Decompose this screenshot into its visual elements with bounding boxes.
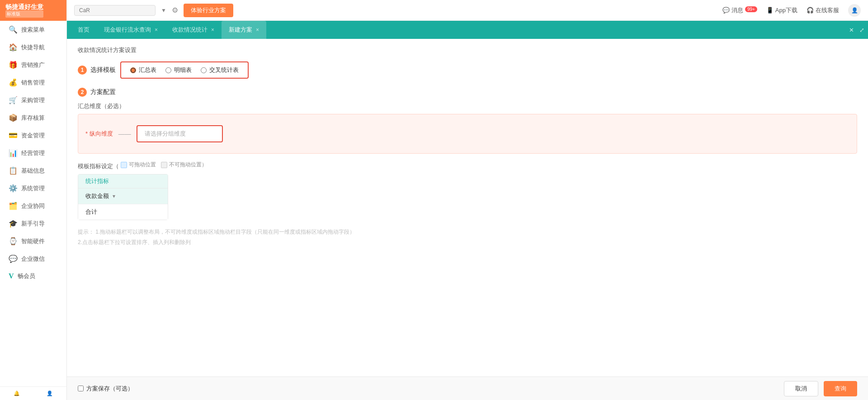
sidebar-item-label: 采购管理 <box>21 96 45 104</box>
sidebar-bottom-btn-right[interactable]: 👤 <box>47 391 53 396</box>
sidebar-item-label: 系统管理 <box>21 184 45 193</box>
sidebar-item-enterprise[interactable]: 🗂️ 企业协同 <box>0 197 66 215</box>
dim-select-box[interactable]: 请选择分组维度 <box>137 125 223 142</box>
sidebar-item-label: 销售管理 <box>21 79 45 87</box>
bottom-bar: 方案保存（可选） 取消 查询 <box>67 376 868 400</box>
query-button[interactable]: 查询 <box>824 381 857 396</box>
section2-title: 方案配置 <box>90 88 116 96</box>
radio-cross[interactable]: 交叉统计表 <box>201 66 239 74</box>
sidebar-bottom: 🔔 👤 <box>0 386 66 400</box>
search-icon: 🔍 <box>9 25 18 34</box>
service-label: 在线客服 <box>816 6 839 14</box>
non-draggable-dot <box>161 162 167 168</box>
sidebar-item-funds[interactable]: 💳 资金管理 <box>0 127 66 144</box>
sidebar-item-member[interactable]: V 畅会员 <box>0 268 66 285</box>
tab-new-plan-label: 新建方案 <box>229 26 252 34</box>
folder-icon: 🗂️ <box>9 202 18 210</box>
draggable-label: 可拖动位置 <box>129 161 156 169</box>
download-btn[interactable]: 📱 App下载 <box>766 6 797 14</box>
sidebar-item-nav[interactable]: 🏠 快捷导航 <box>0 38 66 56</box>
user-avatar[interactable]: 👤 <box>848 4 861 17</box>
sidebar-item-operation[interactable]: 📊 经营管理 <box>0 144 66 162</box>
message-badge: 99+ <box>745 6 757 12</box>
dimension-title: 汇总维度（必选） <box>78 102 857 110</box>
trial-button[interactable]: 体验行业方案 <box>184 4 233 17</box>
box-icon: 📦 <box>9 113 18 122</box>
dim-select-placeholder: 请选择分组维度 <box>145 130 186 137</box>
non-draggable-label: 不可拖动位置） <box>169 161 207 169</box>
tab-cashflow-close[interactable]: × <box>155 27 158 33</box>
message-label: 消息 <box>731 6 743 14</box>
tab-maximize-icon[interactable]: ⤢ <box>859 27 864 33</box>
sidebar-item-label: 搜索菜单 <box>21 26 45 34</box>
tab-new-plan-close[interactable]: × <box>256 27 259 33</box>
radio-cross-input[interactable] <box>201 67 207 73</box>
cancel-button[interactable]: 取消 <box>784 381 818 396</box>
sidebar-item-label: 智能硬件 <box>21 237 45 245</box>
vertical-dim-label: * 纵向维度 <box>85 130 113 138</box>
hint-1: 提示： 1.拖动标题栏可以调整布局，不可跨维度或指标区域拖动栏目字段（只能在同一… <box>78 227 857 237</box>
top-header: ▼ ⚙ 体验行业方案 💬 消息 99+ 📱 App下载 🎧 在线客服 👤 <box>67 0 868 21</box>
tab-receipt-close[interactable]: × <box>211 27 214 33</box>
sidebar-item-label: 库存核算 <box>21 114 45 122</box>
tab-receipt[interactable]: 收款情况统计 × <box>165 21 222 39</box>
radio-detail[interactable]: 明细表 <box>165 66 192 74</box>
metrics-group-header: 统计指标 <box>78 174 168 188</box>
graduation-icon: 🎓 <box>9 219 18 228</box>
sidebar-item-sales[interactable]: 💰 销售管理 <box>0 74 66 91</box>
page-content: 收款情况统计方案设置 1 选择模板 汇总表 明细表 <box>67 39 868 400</box>
radio-summary[interactable]: 汇总表 <box>130 66 156 74</box>
dropdown-icon[interactable]: ▾ <box>113 193 115 199</box>
sidebar-item-search[interactable]: 🔍 搜索菜单 <box>0 21 66 38</box>
sidebar-item-system[interactable]: ⚙️ 系统管理 <box>0 179 66 197</box>
footer-actions: 取消 查询 <box>784 381 857 396</box>
message-btn[interactable]: 💬 消息 99+ <box>722 6 757 14</box>
sidebar-item-guide[interactable]: 🎓 新手引导 <box>0 215 66 232</box>
save-checkbox[interactable] <box>78 386 84 391</box>
tab-home[interactable]: 首页 <box>71 21 97 39</box>
gift-icon: 🎁 <box>9 61 18 69</box>
logo-sub: 标准版 <box>5 10 43 18</box>
radio-summary-label: 汇总表 <box>139 66 156 74</box>
download-label: App下载 <box>775 6 797 14</box>
content-wrapper: 收款情况统计方案设置 1 选择模板 汇总表 明细表 <box>67 39 868 376</box>
tab-cashflow[interactable]: 现金银行流水查询 × <box>97 21 165 39</box>
page-title: 收款情况统计方案设置 <box>78 46 857 54</box>
save-checkbox-label[interactable]: 方案保存（可选） <box>78 385 133 393</box>
cart-icon: 🛒 <box>9 96 18 104</box>
sidebar-item-label: 资金管理 <box>21 132 45 140</box>
radio-group: 汇总表 明细表 交叉统计表 <box>130 66 239 74</box>
sidebar-item-weixin[interactable]: 💬 企业微信 <box>0 250 66 268</box>
legend-draggable: 可拖动位置 <box>121 161 156 169</box>
breadcrumb-input[interactable] <box>74 5 156 16</box>
tab-receipt-label: 收款情况统计 <box>172 26 208 34</box>
settings-icon[interactable]: ⚙ <box>172 6 178 14</box>
sidebar-bottom-btn-left[interactable]: 🔔 <box>14 391 20 396</box>
tab-close-all-icon[interactable]: ✕ <box>849 27 854 33</box>
metrics-title: 模板指标设定（ 可拖动位置 不可拖动位置） <box>78 161 207 170</box>
watch-icon: ⌚ <box>9 237 18 245</box>
sidebar-item-marketing[interactable]: 🎁 营销推广 <box>0 56 66 74</box>
member-icon: V <box>9 272 14 280</box>
sidebar-item-label: 畅会员 <box>18 272 35 280</box>
radio-summary-input[interactable] <box>130 67 136 73</box>
sidebar-item-hardware[interactable]: ⌚ 智能硬件 <box>0 232 66 250</box>
section1-row: 1 选择模板 汇总表 明细表 <box>78 61 857 79</box>
sidebar-item-inventory[interactable]: 📦 库存核算 <box>0 109 66 127</box>
download-icon: 📱 <box>766 7 774 14</box>
draggable-dot <box>121 162 127 168</box>
section1-num: 1 <box>78 66 87 75</box>
radio-detail-input[interactable] <box>165 67 171 73</box>
service-icon: 🎧 <box>807 7 814 14</box>
chevron-down-icon[interactable]: ▼ <box>161 7 166 14</box>
section2-header: 2 方案配置 <box>78 88 857 97</box>
sidebar-item-purchase[interactable]: 🛒 采购管理 <box>0 91 66 109</box>
sidebar-item-basic[interactable]: 📋 基础信息 <box>0 162 66 179</box>
tab-bar-actions: ✕ ⤢ <box>849 27 864 33</box>
tab-home-label: 首页 <box>78 26 90 34</box>
dimension-area: * 纵向维度 —— 请选择分组维度 <box>78 114 857 154</box>
sidebar-item-label: 企业协同 <box>21 202 45 210</box>
radio-detail-label: 明细表 <box>174 66 192 74</box>
service-btn[interactable]: 🎧 在线客服 <box>807 6 839 14</box>
tab-new-plan[interactable]: 新建方案 × <box>222 21 266 39</box>
